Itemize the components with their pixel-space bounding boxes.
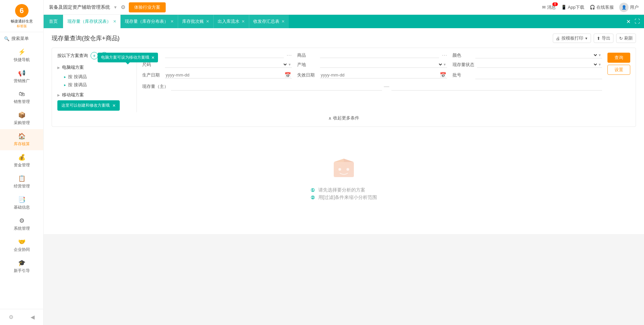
filter-color: 颜色 ▼ bbox=[452, 52, 602, 58]
filter-row-3: 生产日期 📅 失效日期 � bbox=[142, 71, 602, 79]
mobile-scheme-node[interactable]: ▶ 移动端方案 bbox=[57, 91, 131, 99]
exp-date-label: 失效日期 bbox=[297, 72, 317, 78]
sidebar-item-zijin[interactable]: 💰 资金管理 bbox=[0, 150, 43, 171]
sidebar-item-kuaijie[interactable]: ⚡ 快捷导航 bbox=[0, 45, 43, 66]
tab-batch[interactable]: 库存批次账 ✕ bbox=[178, 15, 213, 28]
exp-date-start-wrap: 📅 bbox=[320, 72, 447, 78]
tab-close-inout[interactable]: ✕ bbox=[241, 19, 245, 24]
filter-fields: 仓库 ⋯ 商品 bbox=[142, 52, 602, 93]
content-area: 现存量查询(按仓库+商品) 🖨 按模板打印 ▼ ⬆ 导出 ↻ 刷新 bbox=[44, 28, 644, 325]
pc-scheme-label: 电脑端方案 bbox=[62, 64, 84, 70]
settings-icon[interactable]: ⚙ bbox=[121, 4, 125, 10]
filter-row-4: 现存量（主） — bbox=[142, 83, 602, 91]
message-button[interactable]: ✉ 消息 8 bbox=[542, 4, 556, 10]
origin-select[interactable] bbox=[321, 62, 443, 67]
scheme-child-2[interactable]: ▸ 按 接调品 bbox=[64, 81, 131, 89]
size-select[interactable] bbox=[166, 62, 288, 67]
sidebar-item-xiaoshou[interactable]: 🛍 销售管理 bbox=[0, 87, 43, 108]
sidebar-nav: ⚡ 快捷导航 📢 营销推广 🛍 销售管理 📦 采购管理 🏠 库存核算 💰 资金管… bbox=[0, 45, 43, 309]
filter-exp-date: 失效日期 📅 bbox=[297, 71, 447, 79]
tip1-num: ① bbox=[311, 187, 315, 193]
pc-scheme-node[interactable]: ▶ 电脑端方案 bbox=[57, 63, 131, 71]
filter-warehouse: 仓库 ⋯ bbox=[142, 52, 292, 58]
search-icon: 🔍 bbox=[4, 36, 9, 41]
collapse-label: 收起更多条件 bbox=[333, 115, 359, 121]
search-menu-item[interactable]: 🔍 搜索菜单 bbox=[0, 32, 43, 45]
tab-maximize-button[interactable]: ⛶ bbox=[633, 17, 641, 26]
print-button[interactable]: 🖨 按模板打印 ▼ bbox=[553, 34, 591, 43]
filter-stock-status: 现存量状态 ▼ bbox=[452, 62, 602, 68]
tab-inventory-status[interactable]: 现存量（库存状况表） ✕ bbox=[63, 15, 120, 28]
batch-no-input[interactable] bbox=[475, 71, 602, 79]
tab-close-collect[interactable]: ✕ bbox=[281, 19, 285, 24]
stock-status-select[interactable] bbox=[478, 62, 598, 67]
nav-label: 资金管理 bbox=[14, 162, 30, 168]
collapse-sidebar-button[interactable]: ◀ bbox=[28, 313, 37, 322]
warehouse-dots[interactable]: ⋯ bbox=[286, 52, 292, 58]
collapse-button[interactable]: ∧ 收起更多条件 bbox=[324, 114, 363, 122]
scheme-child-1[interactable]: ▸ 按 按调品 bbox=[64, 73, 131, 81]
sidebar-item-xinshou[interactable]: 🎓 新手引导 bbox=[0, 256, 43, 277]
handshake-icon: 🤝 bbox=[18, 238, 25, 246]
tab-close-batch[interactable]: ✕ bbox=[206, 19, 209, 24]
tooltip-scheme-text: 这里可以创建和修改方案哦 bbox=[61, 103, 110, 108]
sidebar-item-jichu[interactable]: 📑 基础信息 bbox=[0, 193, 43, 214]
sidebar-item-qiye[interactable]: 🤝 企业协同 bbox=[0, 235, 43, 256]
refresh-button[interactable]: ↻ 刷新 bbox=[616, 34, 636, 43]
sidebar-item-jingying[interactable]: 📋 经营管理 bbox=[0, 171, 43, 193]
origin-select-wrap: ▼ bbox=[320, 62, 447, 68]
tab-collect[interactable]: 收发存汇总表 ✕ bbox=[249, 15, 289, 28]
tab-close-inventory-status[interactable]: ✕ bbox=[113, 19, 116, 24]
color-chevron: ▼ bbox=[598, 53, 601, 57]
prod-date-cal-icon[interactable]: 📅 bbox=[284, 72, 291, 78]
tab-inout[interactable]: 出入库流水 ✕ bbox=[213, 15, 249, 28]
online-service-button[interactable]: 🎧 在线客服 bbox=[590, 4, 614, 10]
origin-label: 产地 bbox=[297, 62, 317, 68]
money-icon: 💰 bbox=[18, 154, 25, 161]
page-header: 现存量查询(按仓库+商品) 🖨 按模板打印 ▼ ⬆ 导出 ↻ 刷新 bbox=[52, 34, 636, 43]
set-button[interactable]: 设置 bbox=[607, 65, 630, 75]
industry-plan-button[interactable]: 体验行业方案 bbox=[129, 2, 166, 12]
tooltip-pc: 电脑方案可设为移动方案哦 ✕ bbox=[98, 53, 158, 62]
message-icon: ✉ bbox=[542, 5, 546, 10]
export-button[interactable]: ⬆ 导出 bbox=[594, 34, 613, 43]
stock-qty-end[interactable] bbox=[391, 83, 602, 91]
exp-date-cal-icon[interactable]: 📅 bbox=[440, 72, 446, 78]
system-title: 装备及固定资产辅助管理系统 bbox=[49, 4, 110, 10]
prod-date-start[interactable] bbox=[166, 72, 284, 77]
empty-text: ① 请先选择要分析的方案 ② 用[过滤]条件来缩小分析范围 bbox=[311, 186, 377, 202]
refresh-icon: ↻ bbox=[619, 36, 623, 41]
tooltip-pc-close[interactable]: ✕ bbox=[151, 55, 155, 60]
tab-close-all-button[interactable]: ✕ bbox=[625, 17, 632, 26]
collapse-up-icon: ∧ bbox=[328, 116, 332, 121]
search-menu-label: 搜索菜单 bbox=[11, 36, 29, 42]
product-dots[interactable]: ⋯ bbox=[442, 52, 447, 58]
app-download-button[interactable]: 📱 App下载 bbox=[561, 4, 584, 10]
tab-home[interactable]: 首页 bbox=[44, 15, 63, 28]
sidebar-item-xitong[interactable]: ⚙ 系统管理 bbox=[0, 214, 43, 235]
tab-inventory-dist[interactable]: 现存量（库存分布表） ✕ bbox=[120, 15, 178, 28]
color-select[interactable] bbox=[476, 52, 598, 58]
user-menu[interactable]: 👤 用户 bbox=[619, 3, 639, 12]
user-avatar: 👤 bbox=[619, 3, 629, 12]
nav-label: 新手引导 bbox=[14, 268, 30, 274]
svg-point-1 bbox=[338, 168, 341, 171]
exp-date-start[interactable] bbox=[321, 72, 439, 77]
tooltip-scheme-close[interactable]: ✕ bbox=[112, 103, 116, 108]
sidebar-item-caigou[interactable]: 📦 采购管理 bbox=[0, 108, 43, 129]
pc-arrow-icon: ▶ bbox=[57, 66, 60, 69]
stock-qty-start[interactable] bbox=[171, 83, 382, 91]
tab-close-inventory-dist[interactable]: ✕ bbox=[170, 19, 174, 24]
add-scheme-button[interactable]: + bbox=[91, 52, 98, 59]
sidebar-item-yingxiao[interactable]: 📢 营销推广 bbox=[0, 66, 43, 87]
settings-button[interactable]: ⚙ bbox=[6, 313, 16, 322]
warehouse-input[interactable] bbox=[166, 53, 283, 58]
search-button[interactable]: 查询 bbox=[607, 53, 630, 63]
filter-prod-date: 生产日期 📅 bbox=[142, 71, 292, 79]
tab-bar: 首页 现存量（库存状况表） ✕ 现存量（库存分布表） ✕ 库存批次账 ✕ 出入库… bbox=[44, 15, 644, 28]
sidebar-item-kucun[interactable]: 🏠 库存核算 bbox=[0, 129, 43, 150]
content-inner: 现存量查询(按仓库+商品) 🖨 按模板打印 ▼ ⬆ 导出 ↻ 刷新 bbox=[44, 28, 644, 234]
top-header: 装备及固定资产辅助管理系统 ▼ ⚙ 体验行业方案 ✉ 消息 8 📱 App下载 … bbox=[44, 0, 644, 15]
product-input[interactable] bbox=[321, 53, 438, 58]
product-label: 商品 bbox=[297, 52, 317, 58]
